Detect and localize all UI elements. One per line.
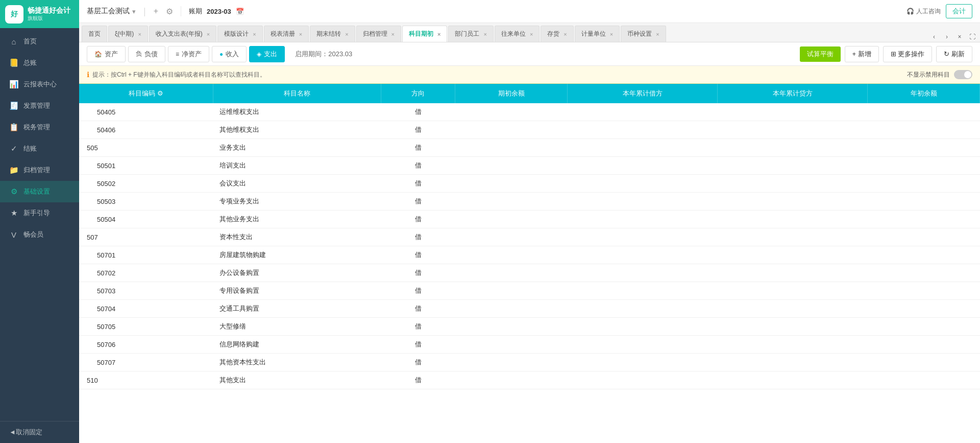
table-scroll[interactable]: 科目编码 ⚙ 科目名称 方向 期初余额 本年累计借方 本年累计贷方 年初余额 5…: [79, 84, 980, 443]
cell-name: 其他维权支出: [213, 121, 381, 139]
reports-icon: 📊: [9, 80, 18, 89]
tab-unit-close[interactable]: ×: [610, 31, 613, 37]
balance-btn[interactable]: 试算平衡: [800, 46, 841, 62]
tab-periodend-close[interactable]: ×: [345, 31, 348, 37]
sidebar-item-home[interactable]: ⌂ 首页: [0, 31, 79, 52]
cell-debit-ytd: [568, 336, 718, 354]
toggle-switch[interactable]: [954, 70, 972, 79]
subtab-actions: 试算平衡 + 新增 ⊞ 更多操作 ↻ 刷新: [800, 46, 972, 62]
tab-currency-close[interactable]: ×: [656, 31, 659, 37]
table-row[interactable]: 50702 办公设备购置 借: [79, 264, 980, 282]
cell-code: 50705: [79, 318, 213, 336]
sidebar-item-reports[interactable]: 📊 云报表中心: [0, 74, 79, 95]
table-row[interactable]: 507 资本性支出 借: [79, 228, 980, 246]
tab-midterm-close[interactable]: ×: [138, 31, 141, 37]
table-row[interactable]: 50706 信息网络购建 借: [79, 336, 980, 354]
tab-unit[interactable]: 计量单位×: [575, 26, 620, 42]
table-row[interactable]: 50703 专用设备购置 借: [79, 282, 980, 300]
table-row[interactable]: 50502 会议支出 借: [79, 175, 980, 193]
subtab-netasset[interactable]: ≡ 净资产: [168, 46, 209, 62]
tab-dept[interactable]: 部门员工×: [448, 26, 493, 42]
tab-midterm-label: ξ(中期): [115, 30, 134, 38]
tab-inventory-close[interactable]: ×: [564, 31, 567, 37]
tab-filing-label: 归档管理: [363, 30, 387, 38]
calendar-icon[interactable]: 📅: [236, 8, 244, 15]
refresh-btn[interactable]: ↻ 刷新: [936, 46, 972, 62]
tab-dept-close[interactable]: ×: [483, 31, 486, 37]
add-btn[interactable]: + 新增: [845, 46, 879, 62]
period-display: 启用期间：2023.03: [295, 50, 352, 59]
table-row[interactable]: 510 其他支出 借: [79, 371, 980, 389]
sidebar-item-ledger[interactable]: 📒 总账: [0, 52, 79, 74]
cell-direction: 借: [381, 300, 455, 318]
help-btn[interactable]: 🎧 人工咨询: [906, 7, 941, 16]
table-row[interactable]: 50503 专项业务支出 借: [79, 193, 980, 211]
table-row[interactable]: 50701 房屋建筑物购建 借: [79, 246, 980, 264]
cell-year-opening: [868, 282, 980, 300]
cell-credit-ytd: [718, 371, 868, 389]
sidebar-item-settings[interactable]: ⚙ 基础设置: [0, 181, 79, 202]
tabs-expand-btn[interactable]: ⛶: [967, 32, 977, 42]
sidebar-item-guide[interactable]: ★ 新手引导: [0, 202, 79, 224]
add-project-btn[interactable]: +: [154, 7, 158, 16]
cell-direction: 借: [381, 121, 455, 139]
subtab-liability[interactable]: 负 负债: [128, 46, 165, 62]
sidebar-item-member[interactable]: V 畅会员: [0, 224, 79, 245]
cell-debit-ytd: [568, 193, 718, 211]
table-row[interactable]: 50406 其他维权支出 借: [79, 121, 980, 139]
tabs-next-btn[interactable]: ›: [942, 32, 952, 42]
tabs-prev-btn[interactable]: ‹: [929, 32, 939, 42]
table-row[interactable]: 50405 运维维权支出 借: [79, 103, 980, 121]
subtab-netasset-label: 净资产: [182, 50, 202, 59]
tab-filing-close[interactable]: ×: [391, 31, 395, 37]
cell-code: 50707: [79, 354, 213, 371]
cell-direction: 借: [381, 318, 455, 336]
tab-periodend[interactable]: 期末结转×: [310, 26, 355, 42]
tab-annual-close[interactable]: ×: [207, 31, 210, 37]
cell-code: 50405: [79, 103, 213, 121]
tab-filing[interactable]: 归档管理×: [356, 26, 401, 42]
table-row[interactable]: 50704 交通工具购置 借: [79, 300, 980, 318]
col-direction: 方向: [381, 84, 455, 103]
netasset-icon: ≡: [176, 51, 179, 58]
table-row[interactable]: 505 业务支出 借: [79, 139, 980, 157]
sidebar-item-tax[interactable]: 📋 税务管理: [0, 116, 79, 138]
table-row[interactable]: 50504 其他业务支出 借: [79, 211, 980, 228]
tab-home[interactable]: 首页: [82, 26, 107, 42]
table-row[interactable]: 50705 大型修缮 借: [79, 318, 980, 336]
cell-opening: [455, 157, 568, 175]
tab-partner[interactable]: 往来单位×: [495, 26, 540, 42]
user-btn[interactable]: 会计: [946, 4, 972, 18]
tab-currency[interactable]: 币种设置×: [621, 26, 666, 42]
settings-btn[interactable]: ⚙: [166, 7, 173, 16]
tab-template[interactable]: 模版设计×: [217, 26, 262, 42]
cell-year-opening: [868, 264, 980, 282]
cell-year-opening: [868, 318, 980, 336]
tab-taxlist[interactable]: 税表清册×: [264, 26, 309, 42]
tab-inventory[interactable]: 存货×: [541, 26, 573, 42]
cell-direction: 借: [381, 264, 455, 282]
dropdown-icon[interactable]: ▾: [132, 8, 136, 15]
more-btn[interactable]: ⊞ 更多操作: [883, 46, 933, 62]
subtab-income[interactable]: ● 收入: [212, 46, 247, 62]
main-content: 基层工会测试 ▾ | + ⚙ 账期 2023-03 📅 🎧 人工咨询 会计 首页…: [79, 0, 980, 443]
tab-subject[interactable]: 科目期初×: [402, 26, 447, 42]
tab-subject-close[interactable]: ×: [437, 31, 440, 37]
tab-template-close[interactable]: ×: [253, 31, 256, 37]
table-row[interactable]: 50501 培训支出 借: [79, 157, 980, 175]
tab-taxlist-close[interactable]: ×: [299, 31, 302, 37]
table-row[interactable]: 50707 其他资本性支出 借: [79, 354, 980, 371]
sidebar-item-invoice[interactable]: 🧾 发票管理: [0, 95, 79, 116]
sidebar-collapse-btn[interactable]: ◄取消固定: [0, 421, 79, 443]
sidebar-item-archive[interactable]: 📁 归档管理: [0, 159, 79, 181]
subtab-asset[interactable]: 🏠 资产: [87, 46, 126, 62]
cell-direction: 借: [381, 336, 455, 354]
cell-opening: [455, 354, 568, 371]
tab-annual[interactable]: 收入支出表(年报)×: [149, 26, 216, 42]
subtab-expense[interactable]: ◈ 支出: [249, 46, 285, 62]
sidebar-item-settle[interactable]: ✓ 结账: [0, 138, 79, 159]
cell-debit-ytd: [568, 228, 718, 246]
tab-partner-close[interactable]: ×: [530, 31, 533, 37]
tab-midterm[interactable]: ξ(中期)×: [108, 26, 148, 42]
tabs-close-btn[interactable]: ×: [954, 32, 965, 42]
